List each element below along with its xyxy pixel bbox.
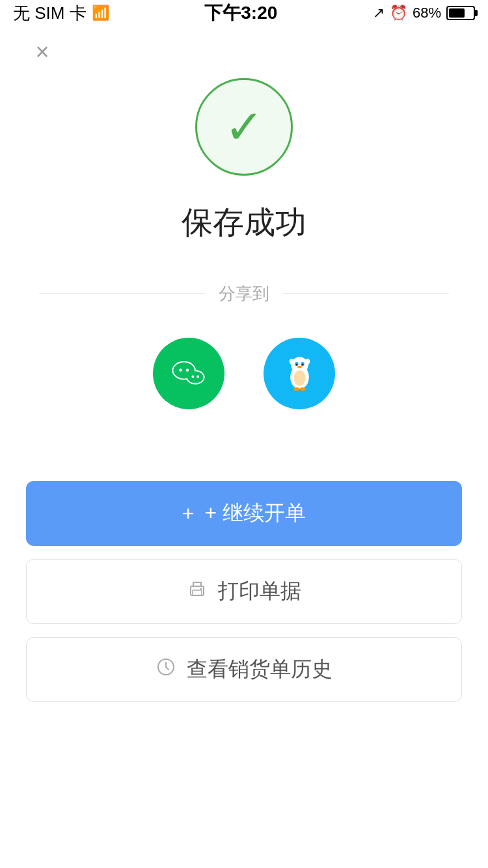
plus-icon: +: [182, 502, 195, 526]
svg-point-16: [293, 387, 299, 390]
svg-point-13: [301, 363, 303, 365]
qq-icon: [278, 353, 321, 395]
status-time: 下午3:20: [204, 1, 277, 25]
carrier-text: 无 SIM 卡: [13, 2, 87, 25]
status-right: ↗ ⏰ 68%: [373, 5, 475, 21]
action-buttons: + + 继续开单 打印单据 查看销货单历: [0, 481, 488, 702]
svg-point-15: [293, 370, 305, 385]
clock-icon: [156, 657, 176, 683]
wechat-share-button[interactable]: [153, 338, 224, 409]
printer-icon: [187, 578, 208, 604]
svg-point-4: [179, 368, 182, 372]
alarm-icon: ⏰: [390, 5, 407, 21]
status-left: 无 SIM 卡 📶: [13, 2, 109, 25]
success-circle: ✓: [195, 78, 293, 176]
share-divider: 分享到: [39, 282, 449, 305]
battery-icon: [446, 6, 475, 20]
wifi-icon: 📶: [92, 5, 109, 21]
history-label: 查看销货单历史: [187, 655, 332, 684]
success-title: 保存成功: [182, 202, 306, 243]
print-button[interactable]: 打印单据: [26, 559, 462, 624]
print-label: 打印单据: [218, 577, 301, 606]
svg-point-3: [187, 371, 203, 383]
share-icons: [39, 338, 449, 409]
share-section: 分享到: [0, 282, 488, 455]
svg-point-14: [297, 366, 302, 368]
main-content: ✓ 保存成功 分享到: [0, 26, 488, 702]
share-label: 分享到: [219, 282, 269, 305]
svg-point-17: [299, 387, 305, 390]
history-button[interactable]: 查看销货单历史: [26, 637, 462, 702]
continue-button[interactable]: + + 继续开单: [26, 481, 462, 546]
divider-line-left: [39, 293, 206, 294]
divider-line-right: [282, 293, 449, 294]
svg-point-6: [191, 375, 194, 378]
svg-point-22: [200, 588, 202, 590]
svg-rect-21: [193, 590, 202, 595]
svg-point-5: [185, 368, 189, 372]
battery-text: 68%: [413, 5, 441, 21]
svg-point-7: [197, 375, 199, 378]
continue-label: + 继续开单: [205, 499, 306, 528]
status-bar: 无 SIM 卡 📶 下午3:20 ↗ ⏰ 68%: [0, 0, 488, 26]
svg-point-12: [295, 363, 297, 365]
checkmark-icon: ✓: [224, 103, 264, 150]
close-icon: ×: [35, 40, 49, 64]
wechat-icon: [168, 353, 210, 395]
location-icon: ↗: [373, 5, 385, 21]
qq-share-button[interactable]: [264, 338, 335, 409]
close-button[interactable]: ×: [26, 36, 59, 68]
